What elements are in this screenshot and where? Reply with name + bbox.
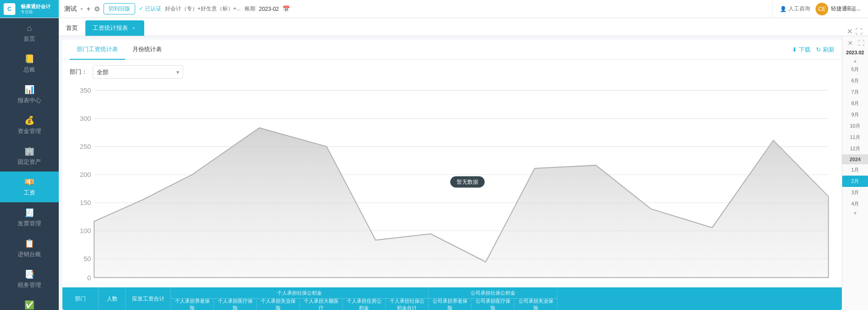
col-medical: 个人承担医疗保险	[214, 299, 257, 310]
month-10[interactable]: 10月	[842, 120, 868, 132]
sidebar-item-reports[interactable]: 📊 报表中心	[0, 79, 59, 110]
chart-area: 350 300 250 200 150 100 50 0	[62, 84, 842, 287]
panel-maximize-icon[interactable]: ⛶	[856, 38, 866, 48]
sidebar-item-sales[interactable]: 📋 进销台账	[0, 233, 59, 264]
maximize-window-icon[interactable]: ⛶	[855, 28, 863, 36]
sidebar-item-ledger[interactable]: 📒 总账	[0, 48, 59, 79]
down-arrow[interactable]: ▼	[842, 210, 868, 216]
up-arrow[interactable]: ▲	[842, 57, 868, 64]
sidebar-item-home[interactable]: ⌂ 首页	[0, 18, 59, 48]
svg-text:200: 200	[80, 171, 91, 178]
month-9[interactable]: 9月	[842, 109, 868, 120]
ledger-icon: 📒	[24, 54, 34, 64]
dept-select[interactable]: 全部	[93, 65, 183, 79]
settings-icon[interactable]: ⚙	[94, 5, 100, 13]
topbar-right: 👤 人工咨询 CE 轻捷通B运...	[772, 0, 868, 18]
col-housing-fund: 个人承担住房公积金	[343, 299, 386, 310]
sub-tab-actions: ⬇ 下载 ↻ 刷新	[792, 46, 835, 54]
logo-area: C 畅康通好会计 专业版	[0, 0, 59, 18]
user-area[interactable]: CE 轻捷通B运...	[816, 3, 861, 15]
period-label: 账期	[245, 5, 255, 13]
col-company-medical: 公司承担医疗保险	[472, 299, 514, 310]
filter-label: 部门：	[70, 68, 87, 76]
assets-icon: 🏢	[24, 146, 34, 156]
filter-bar: 部门： 全部	[62, 60, 842, 84]
year-period-label: 2023.02	[842, 48, 868, 57]
month-2-2024[interactable]: 2月	[842, 176, 868, 187]
sidebar-item-salary[interactable]: 💴 工资	[0, 172, 59, 202]
svg-text:300: 300	[80, 114, 91, 122]
col-company-unemployment: 公司承担失业保险	[514, 299, 557, 310]
period-value: 2023-02	[259, 6, 279, 12]
month-11[interactable]: 11月	[842, 132, 868, 143]
tax-icon: 📑	[24, 269, 34, 279]
home-icon: ⌂	[27, 24, 32, 33]
personal-group-header: 个人承担社保公积金	[171, 287, 429, 299]
month-4-2024[interactable]: 4月	[842, 198, 868, 210]
close-window-icon[interactable]: ✕	[847, 27, 853, 36]
month-12[interactable]: 12月	[842, 143, 868, 154]
svg-text:100: 100	[80, 227, 91, 234]
tab-close-icon[interactable]: ×	[131, 25, 137, 31]
tab-monthly[interactable]: 月份统计表	[125, 40, 169, 60]
tab-bar: 首页 工资统计报表 × ✕ ⛶	[59, 18, 868, 36]
main-panel: 部门工资统计表 月份统计表 ⬇ 下载 ↻ 刷新	[62, 40, 842, 310]
refresh-icon: ↻	[816, 46, 821, 53]
month-8[interactable]: 8月	[842, 98, 868, 109]
sidebar-item-settle[interactable]: ✅ 结账	[0, 295, 59, 310]
col-count: 人数	[99, 287, 126, 310]
logo-icon: C	[4, 3, 15, 15]
logo-text: 畅康通好会计 专业版	[21, 3, 51, 14]
month-5[interactable]: 5月	[842, 64, 868, 75]
calendar-icon[interactable]: 📅	[283, 5, 290, 12]
reports-icon: 📊	[24, 85, 34, 95]
tab-home[interactable]: 首页	[59, 20, 85, 36]
personal-insurance-group: 个人承担社保公积金 个人承担养老保险 个人承担医疗保险 个人承担失业保险 个人承…	[171, 287, 429, 310]
company-group-header: 公司承担社保公积金	[429, 287, 557, 299]
tab-salary-report[interactable]: 工资统计报表 ×	[85, 20, 144, 36]
svg-text:250: 250	[80, 143, 91, 150]
settle-icon: ✅	[24, 300, 34, 310]
month-1-2024[interactable]: 1月	[842, 164, 868, 176]
month-3-2024[interactable]: 3月	[842, 187, 868, 198]
dept-select-wrapper[interactable]: 全部	[93, 65, 183, 79]
sidebar-item-assets[interactable]: 🏢 固定资产	[0, 141, 59, 172]
company-insurance-group: 公司承担社保公积金 公司承担养老保险 公司承担医疗保险 公司承担失业保险	[429, 287, 557, 310]
col-company-pension: 公司承担养老保险	[429, 299, 472, 310]
col-large-medical: 个人承担大额医疗	[300, 299, 343, 310]
add-icon[interactable]: +	[86, 5, 90, 13]
col-total-salary: 应发工资合计	[126, 287, 171, 310]
company-group-cols: 公司承担养老保险 公司承担医疗保险 公司承担失业保险	[429, 299, 557, 310]
sidebar-item-tax[interactable]: 📑 税务管理	[0, 264, 59, 295]
switch-button[interactable]: 切到旧版	[104, 3, 135, 14]
month-6[interactable]: 6月	[842, 75, 868, 86]
chart-tooltip: 暂无数据	[450, 176, 485, 187]
sidebar-item-funds[interactable]: 💰 资金管理	[0, 110, 59, 141]
tab-right-icons: ✕ ⛶	[841, 27, 868, 36]
page-body: 部门工资统计表 月份统计表 ⬇ 下载 ↻ 刷新	[59, 36, 868, 310]
certified-badge: ✓ 已认证	[139, 5, 161, 13]
sidebar-item-invoice[interactable]: 🧾 发票管理	[0, 202, 59, 233]
col-pension: 个人承担养老保险	[171, 299, 214, 310]
month-7[interactable]: 7月	[842, 86, 868, 98]
download-icon: ⬇	[792, 46, 797, 53]
down-arrow-icon[interactable]: ▼	[853, 210, 858, 216]
user-avatar: CE	[816, 3, 828, 15]
sidebar: ⌂ 首页 📒 总账 📊 报表中心 💰 资金管理 🏢 固定资产 💴 工资	[0, 18, 59, 310]
refresh-button[interactable]: ↻ 刷新	[816, 46, 835, 54]
col-dept: 部门	[62, 287, 99, 310]
invoice-icon: 🧾	[24, 208, 34, 218]
col-total-insurance: 个人承担社保公积金合计	[386, 299, 429, 310]
download-button[interactable]: ⬇ 下载	[792, 46, 811, 54]
content-area: 首页 工资统计报表 × ✕ ⛶ 部门工资统计表 月份统计表	[59, 18, 868, 310]
svg-text:150: 150	[80, 199, 91, 206]
service-btn[interactable]: 👤 人工咨询	[780, 5, 810, 13]
panel-close-icon[interactable]: ✕	[845, 38, 855, 48]
right-side-panel: ✕ ⛶ 2023.02 ▲ 5月 6月 7月 8月 9月 10月 11月 12月…	[842, 36, 868, 310]
topbar-main: 测试 ▾ + ⚙ 切到旧版 ✓ 已认证 好会计（专）+好生意（标）+... 账期…	[59, 0, 772, 18]
svg-text:0: 0	[87, 274, 91, 281]
caret-icon[interactable]: ▾	[80, 6, 83, 11]
up-arrow-icon[interactable]: ▲	[853, 58, 858, 63]
tab-dept-salary[interactable]: 部门工资统计表	[70, 40, 125, 60]
personal-group-cols: 个人承担养老保险 个人承担医疗保险 个人承担失业保险 个人承担大额医疗 个人承担…	[171, 299, 429, 310]
